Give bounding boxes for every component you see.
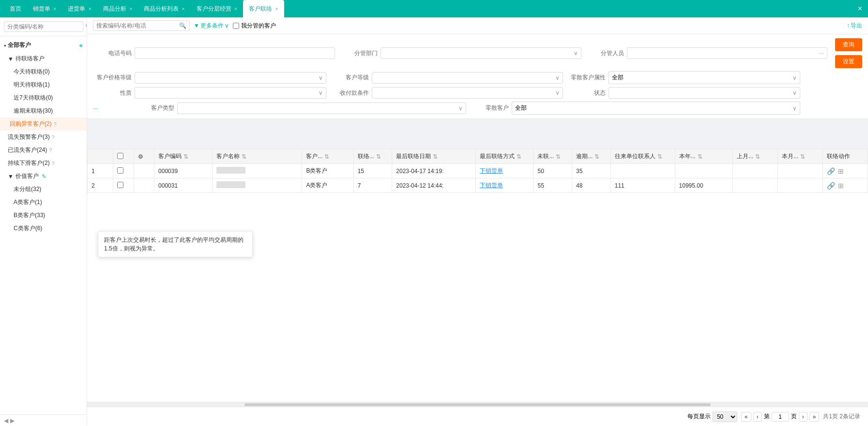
nav-customer-contact-close[interactable]: × xyxy=(275,6,278,12)
sidebar-item-c-class[interactable]: C类客户(6) xyxy=(6,222,87,235)
my-customer-checkbox[interactable] xyxy=(233,23,239,29)
sidebar-item-ungroup[interactable]: 未分组(32) xyxy=(6,183,87,196)
nav-analysis-list[interactable]: 商品分析列表 × xyxy=(138,0,190,17)
settings-button[interactable]: 设置 xyxy=(835,55,862,68)
more-conditions-btn[interactable]: ▼ 更多条件 ∨ xyxy=(194,22,229,30)
first-page-btn[interactable]: « xyxy=(741,412,751,422)
churn-warn-help-icon[interactable]: ? xyxy=(52,134,55,140)
sidebar-item-overdue[interactable]: 逾期未联络(30) xyxy=(6,104,87,118)
filter-search-input[interactable] xyxy=(96,22,179,29)
action-grid-icon-2[interactable]: ⊞ xyxy=(838,182,844,190)
sidebar-scroll-right[interactable]: ▶ xyxy=(10,417,15,424)
liaison-sort-icon[interactable]: ⇅ xyxy=(657,153,662,160)
sidebar-pending-header[interactable]: ▼ 待联络客户 xyxy=(0,52,87,65)
churned-help-icon[interactable]: ? xyxy=(49,147,52,153)
h-scroll-thumb[interactable] xyxy=(244,403,711,406)
contact-sort-icon[interactable]: ⇅ xyxy=(376,153,381,160)
sidebar-item-tomorrow[interactable]: 明天待联络(1) xyxy=(6,78,87,91)
phone-input[interactable] xyxy=(135,47,335,59)
lastdate-sort-icon[interactable]: ⇅ xyxy=(433,153,438,160)
horizontal-scrollbar[interactable] xyxy=(87,402,868,407)
nav-analysis-close[interactable]: × xyxy=(129,6,132,12)
sidebar-item-a-class[interactable]: A类客户(1) xyxy=(6,196,87,209)
gear-icon[interactable]: ⚙ xyxy=(138,153,143,160)
price-grade-select[interactable]: ∨ xyxy=(135,72,326,84)
th-thismonth: 本月... ⇅ xyxy=(777,149,822,164)
cell-notcontact-2: 55 xyxy=(533,178,572,193)
nav-home[interactable]: 首页 xyxy=(4,0,27,17)
sidebar-tree: ▪ 全部客户 « ▼ 待联络客户 今天待联络(0) 明天待联络(1) xyxy=(0,36,87,414)
scatter-attr-select[interactable]: 全部 ∨ xyxy=(609,71,800,84)
sidebar-item-churn-warn[interactable]: 流失预警客户(3) ? xyxy=(0,131,87,144)
query-button[interactable]: 查询 xyxy=(835,38,862,51)
cust-type-select[interactable]: ∨ xyxy=(177,103,466,114)
nav-sales-close[interactable]: × xyxy=(53,6,56,12)
export-button[interactable]: ↑ 导出 xyxy=(847,22,862,30)
page-number-input[interactable] xyxy=(772,412,789,422)
cell-type-2: A类客户 xyxy=(302,178,353,193)
nav-analysis[interactable]: 商品分析 × xyxy=(97,0,138,17)
sidebar-search-input[interactable] xyxy=(4,21,83,32)
filter-dots: ··· xyxy=(93,105,132,112)
sidebar-tree-root[interactable]: ▪ 全部客户 « xyxy=(0,38,87,52)
sidebar-value-header[interactable]: ▼ 价值客户 ✎ xyxy=(0,170,87,183)
select-all-checkbox[interactable] xyxy=(117,153,123,159)
lastway-link-2[interactable]: 下销货单 xyxy=(480,182,503,189)
action-link-icon-2[interactable]: 🔗 xyxy=(827,182,835,190)
declining-help-icon[interactable]: ? xyxy=(52,161,55,166)
sidebar-scroll-left[interactable]: ◀ xyxy=(4,417,8,424)
dept-select[interactable]: ∨ xyxy=(381,47,581,59)
cell-lastmonth-2 xyxy=(733,178,778,193)
name-sort-icon[interactable]: ⇅ xyxy=(242,153,246,160)
sidebar-item-declining[interactable]: 持续下滑客户(2) ? xyxy=(0,157,87,170)
lastway-link-1[interactable]: 下销货单 xyxy=(480,167,503,174)
nav-customer-seg-close[interactable]: × xyxy=(234,6,237,12)
row1-checkbox[interactable] xyxy=(117,167,123,174)
th-gear[interactable]: ⚙ xyxy=(134,149,154,164)
nav-customer-contact[interactable]: 客户联络 × xyxy=(243,0,284,17)
filter-more-dots[interactable]: ··· xyxy=(93,105,98,112)
next-page-btn[interactable]: › xyxy=(799,412,807,422)
sidebar-item-repurchase[interactable]: 回购异常客户(2) ? xyxy=(0,118,87,131)
cust-grade-select[interactable]: ∨ xyxy=(372,72,563,84)
thismonth-sort-icon[interactable]: ⇅ xyxy=(800,153,805,160)
my-customer-checkbox-area[interactable]: 我分管的客户 xyxy=(233,22,276,30)
sidebar-item-b-class[interactable]: B类客户(33) xyxy=(6,209,87,222)
window-close-button[interactable]: × xyxy=(858,4,862,13)
per-page-select[interactable]: 50 100 200 xyxy=(713,411,737,422)
sidebar-item-churned[interactable]: 已流失客户(24) ? xyxy=(0,144,87,157)
nav-sales[interactable]: 销货单 × xyxy=(27,0,62,17)
action-grid-icon-1[interactable]: ⊞ xyxy=(838,167,844,175)
repurchase-help-icon[interactable]: ? xyxy=(54,121,57,127)
notcontact-sort-icon[interactable]: ⇅ xyxy=(556,153,561,160)
payment-chevron: ∨ xyxy=(555,89,560,96)
code-sort-icon[interactable]: ⇅ xyxy=(183,153,188,160)
value-edit-icon[interactable]: ✎ xyxy=(42,173,46,180)
thisyear-sort-icon[interactable]: ⇅ xyxy=(698,153,702,160)
cell-lastway-2[interactable]: 下销货单 xyxy=(475,178,533,193)
nature-select[interactable]: ∨ xyxy=(135,87,326,99)
nav-customer-seg[interactable]: 客户分层经营 × xyxy=(191,0,243,17)
type-sort-icon[interactable]: ⇅ xyxy=(324,153,329,160)
sidebar-collapse-icon[interactable]: « xyxy=(79,42,83,49)
action-link-icon-1[interactable]: 🔗 xyxy=(827,167,835,175)
last-page-btn[interactable]: » xyxy=(809,412,820,422)
filter-buttons: 查询 设置 xyxy=(835,38,862,68)
filter-search-icon[interactable]: 🔍 xyxy=(179,22,186,29)
lastmonth-sort-icon[interactable]: ⇅ xyxy=(755,153,760,160)
payment-select[interactable]: ∨ xyxy=(372,87,563,99)
status-select[interactable]: ∨ xyxy=(609,87,800,99)
nav-purchase[interactable]: 进货单 × xyxy=(62,0,97,17)
prev-page-btn[interactable]: ‹ xyxy=(753,412,762,422)
overdue-sort-icon[interactable]: ⇅ xyxy=(594,153,599,160)
lastway-sort-icon[interactable]: ⇅ xyxy=(517,153,521,160)
sidebar-search-bar: 🔍 xyxy=(0,17,87,36)
nav-purchase-close[interactable]: × xyxy=(88,6,91,12)
nav-analysis-list-close[interactable]: × xyxy=(182,6,184,12)
cell-lastway-1[interactable]: 下销货单 xyxy=(475,164,533,178)
sidebar-item-today[interactable]: 今天待联络(0) xyxy=(6,65,87,78)
person-select[interactable]: ··· xyxy=(627,47,827,59)
scatter-cust-select[interactable]: 全部 ∨ xyxy=(512,102,801,115)
sidebar-item-7days[interactable]: 近7天待联络(0) xyxy=(6,91,87,104)
row2-checkbox[interactable] xyxy=(117,182,123,188)
